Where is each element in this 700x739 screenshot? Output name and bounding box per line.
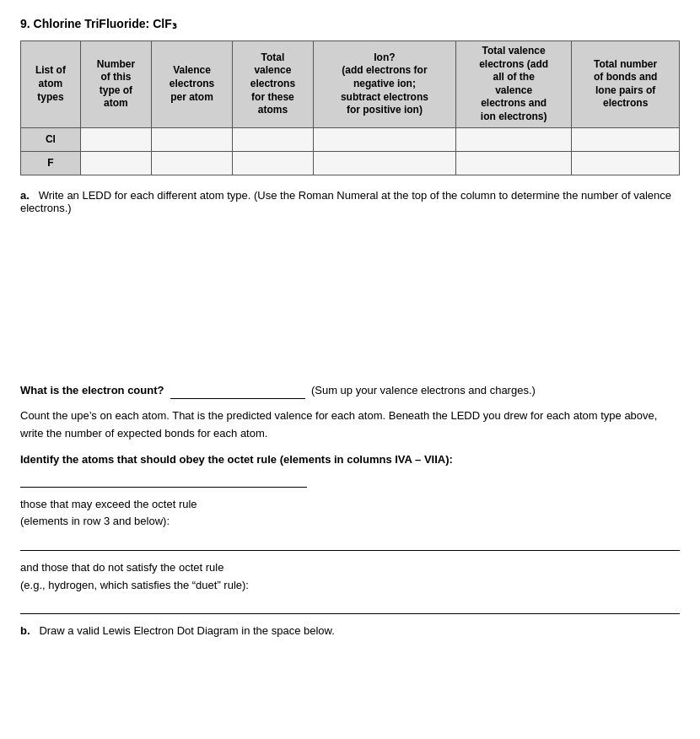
atom-label-cl: Cl	[21, 127, 81, 151]
duet-label: and those that do not satisfy the octet …	[20, 561, 223, 574]
cell-cl-number	[80, 127, 151, 151]
drawing-area	[20, 223, 680, 375]
section-b-label: b.	[20, 624, 30, 637]
col-header-ion: Ion?(add electrons fornegative ion;subtr…	[313, 41, 455, 128]
exceed-label: those that may exceed the octet rule	[20, 498, 197, 510]
section-a-text: Write an LEDD for each different atom ty…	[20, 189, 671, 214]
cell-f-total-valence	[232, 151, 313, 175]
section-b-text: Draw a valid Lewis Electron Dot Diagram …	[39, 624, 334, 637]
cell-f-total-valence-add	[456, 151, 572, 175]
count-instruction: Count the upe’s on each atom. That is th…	[20, 407, 680, 443]
duet-blank[interactable]	[20, 596, 680, 615]
question-title: 9. Chlorine TriFluoride: ClF₃	[20, 17, 680, 30]
cell-f-ion	[313, 151, 455, 175]
table-row-f: F	[21, 151, 680, 175]
octet-label: Identify the atoms that should obey the …	[20, 453, 453, 466]
table-row-cl: Cl	[21, 127, 680, 151]
exceed-blank[interactable]	[20, 532, 680, 551]
octet-blank[interactable]	[20, 469, 307, 488]
cell-cl-ion	[313, 127, 455, 151]
cell-f-total-number	[572, 151, 680, 175]
octet-rule-line: Identify the atoms that should obey the …	[20, 451, 680, 488]
cell-cl-total-valence	[232, 127, 313, 151]
col-header-total-number: Total numberof bonds andlone pairs ofele…	[572, 41, 680, 128]
data-table: List ofatomtypes Numberof thistype ofato…	[20, 40, 680, 175]
electron-count-label: What is the electron count?	[20, 384, 164, 396]
exceed-rule-line: those that may exceed the octet rule (el…	[20, 496, 680, 551]
section-b: b. Draw a valid Lewis Electron Dot Diagr…	[20, 623, 680, 640]
section-a: a. Write an LEDD for each different atom…	[20, 189, 680, 214]
col-header-number-of-this: Numberof thistype ofatom	[80, 41, 151, 128]
cell-f-number	[80, 151, 151, 175]
atom-label-f: F	[21, 151, 81, 175]
exceed-label2: (elements in row 3 and below):	[20, 515, 170, 527]
section-a-label: a.	[20, 189, 30, 202]
col-header-total-valence-add: Total valenceelectrons (addall of theval…	[456, 41, 572, 128]
cell-f-valence	[152, 151, 233, 175]
electron-count-note: (Sum up your valence electrons and charg…	[311, 384, 536, 396]
cell-cl-total-valence-add	[456, 127, 572, 151]
duet-rule-line: and those that do not satisfy the octet …	[20, 559, 680, 614]
electron-count-blank[interactable]	[170, 381, 305, 400]
col-header-total-valence: Totalvalenceelectronsfor theseatoms	[232, 41, 313, 128]
col-header-valence-electrons: Valenceelectronsper atom	[152, 41, 233, 128]
cell-cl-valence	[152, 127, 233, 151]
duet-label2: (e.g., hydrogen, which satisfies the “du…	[20, 579, 249, 591]
col-header-list-of-atom-types: List ofatomtypes	[21, 41, 81, 128]
electron-count-line: What is the electron count? (Sum up your…	[20, 381, 680, 400]
cell-cl-total-number	[572, 127, 680, 151]
